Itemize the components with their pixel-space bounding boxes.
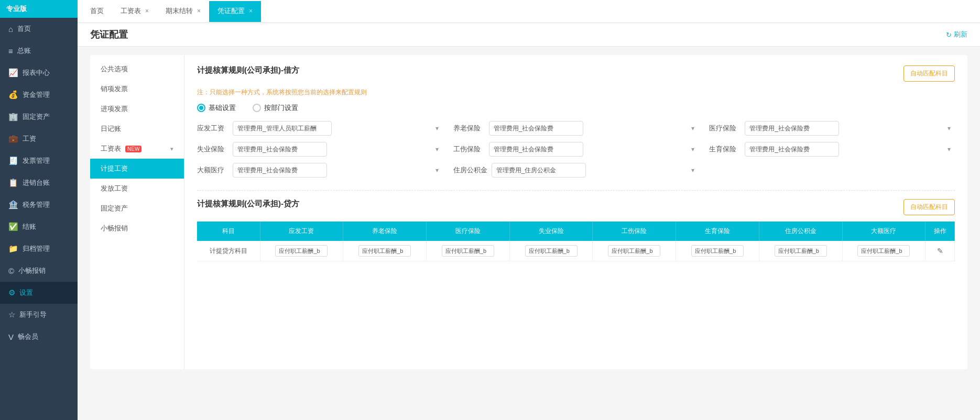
new-badge: NEW bbox=[125, 146, 141, 152]
sidebar-item-settlement[interactable]: ✅ 结账 bbox=[0, 216, 78, 238]
credit-input-payroll[interactable] bbox=[275, 245, 328, 257]
edit-icon[interactable]: ✎ bbox=[937, 247, 943, 255]
content-area: 公共选项 销项发票 进项发票 日记账 工资表 NEW ▾ 计提工资 bbox=[78, 47, 980, 420]
debit-section-title: 计提核算规则(公司承担)-借方 bbox=[197, 65, 299, 75]
left-nav: 公共选项 销项发票 进项发票 日记账 工资表 NEW ▾ 计提工资 bbox=[90, 55, 184, 369]
credit-input-major-medical[interactable] bbox=[857, 245, 910, 257]
left-nav-fixed-assets[interactable]: 固定资产 bbox=[90, 198, 184, 218]
debit-select-wrap-2: 管理费用_社会保险费 bbox=[745, 121, 955, 136]
fund-icon: 💰 bbox=[8, 90, 18, 100]
refresh-button[interactable]: ↻ 刷新 bbox=[946, 30, 967, 39]
debit-select-wrap-0: 管理费用_管理人员职工薪酬 bbox=[233, 121, 443, 136]
sidebar-item-fund-management[interactable]: 💰 资金管理 bbox=[0, 84, 78, 106]
debit-select-3[interactable]: 管理费用_社会保险费 bbox=[233, 142, 327, 157]
tab-payroll-table-close[interactable]: × bbox=[145, 7, 149, 15]
debit-select-1[interactable]: 管理费用_社会保险费 bbox=[489, 121, 583, 136]
tab-period-closing[interactable]: 期末结转 × bbox=[157, 1, 209, 22]
report-icon: 📈 bbox=[8, 68, 18, 78]
credit-col-operation: 操作 bbox=[925, 222, 955, 241]
credit-input-unemployment[interactable] bbox=[525, 245, 578, 257]
debit-select-6[interactable]: 管理费用_社会保险费 bbox=[233, 163, 327, 178]
tab-voucher-config[interactable]: 凭证配置 × bbox=[209, 1, 261, 22]
debit-select-2[interactable]: 管理费用_社会保险费 bbox=[745, 121, 839, 136]
sidebar-item-payroll[interactable]: 💼 工资 bbox=[0, 128, 78, 150]
tab-home[interactable]: 首页 bbox=[82, 1, 112, 22]
right-content: 计提核算规则(公司承担)-借方 自动匹配科目 注：只能选择一种方式，系统将按照您… bbox=[184, 55, 967, 369]
credit-cell-maternity bbox=[676, 241, 759, 261]
debit-field-4: 工伤保险 管理费用_社会保险费 bbox=[453, 142, 699, 157]
credit-input-medical[interactable] bbox=[442, 245, 494, 257]
debit-label-6: 大额医疗 bbox=[197, 165, 228, 175]
debit-select-7[interactable]: 管理费用_住房公积金 bbox=[492, 163, 586, 178]
credit-table-header-row: 科目 应发工资 养老保险 医疗保险 失业保险 工伤保险 生育保险 住房公积金 大… bbox=[197, 222, 955, 241]
sidebar-item-fixed-assets[interactable]: 🏢 固定资产 bbox=[0, 106, 78, 128]
debit-field-0: 应发工资 管理费用_管理人员职工薪酬 bbox=[197, 121, 443, 136]
credit-col-maternity: 生育保险 bbox=[676, 222, 759, 241]
radio-department-setting[interactable]: 按部门设置 bbox=[253, 103, 298, 113]
sidebar-item-xiaochang-report[interactable]: © 小畅报销 bbox=[0, 260, 78, 282]
sidebar-item-invoice-management[interactable]: 🧾 发票管理 bbox=[0, 150, 78, 172]
debit-section: 计提核算规则(公司承担)-借方 自动匹配科目 注：只能选择一种方式，系统将按照您… bbox=[197, 65, 955, 178]
left-nav-payroll-table[interactable]: 工资表 NEW ▾ bbox=[90, 139, 184, 159]
purchase-icon: 📋 bbox=[8, 178, 18, 187]
archive-icon: 📁 bbox=[8, 244, 18, 253]
credit-cell-major-medical bbox=[842, 241, 925, 261]
left-nav-distribute-payroll[interactable]: 发放工资 bbox=[90, 179, 184, 198]
tab-period-closing-close[interactable]: × bbox=[197, 7, 201, 15]
settings-icon: ⚙ bbox=[8, 288, 15, 297]
page-title: 凭证配置 bbox=[90, 28, 128, 41]
sidebar-item-home[interactable]: ⌂ 首页 bbox=[0, 18, 78, 40]
left-nav-accrual-payroll[interactable]: 计提工资 bbox=[90, 159, 184, 179]
debit-auto-match-button[interactable]: 自动匹配科目 bbox=[903, 65, 955, 82]
credit-input-housing-fund[interactable] bbox=[775, 245, 827, 257]
debit-field-2: 医疗保险 管理费用_社会保险费 bbox=[709, 121, 955, 136]
left-nav-sales-invoice[interactable]: 销项发票 bbox=[90, 79, 184, 99]
sidebar-item-new-guide[interactable]: ☆ 新手引导 bbox=[0, 304, 78, 326]
debit-field-7: 住房公积金 管理费用_住房公积金 bbox=[453, 163, 699, 178]
sidebar-item-purchase-sales[interactable]: 📋 进销台账 bbox=[0, 172, 78, 194]
sidebar-item-report-center[interactable]: 📈 报表中心 bbox=[0, 62, 78, 84]
credit-auto-match-button[interactable]: 自动匹配科目 bbox=[903, 199, 955, 215]
refresh-icon: ↻ bbox=[946, 31, 952, 39]
sidebar-item-settings[interactable]: ⚙ 设置 bbox=[0, 282, 78, 304]
tab-voucher-config-close[interactable]: × bbox=[249, 7, 253, 15]
debit-select-5[interactable]: 管理费用_社会保险费 bbox=[745, 142, 839, 157]
settlement-icon: ✅ bbox=[8, 222, 18, 231]
left-nav-xiaochang-expense[interactable]: 小畅报销 bbox=[90, 218, 184, 238]
radio-basic-setting[interactable]: 基础设置 bbox=[197, 103, 236, 113]
credit-input-maternity[interactable] bbox=[691, 245, 744, 257]
sidebar-item-archive[interactable]: 📁 归档管理 bbox=[0, 238, 78, 260]
section-divider bbox=[197, 190, 955, 191]
radio-basic-circle bbox=[197, 104, 205, 112]
page-header: 凭证配置 ↻ 刷新 bbox=[78, 23, 980, 47]
credit-col-payroll: 应发工资 bbox=[260, 222, 343, 241]
credit-input-pension[interactable] bbox=[358, 245, 411, 257]
credit-cell-payroll bbox=[260, 241, 343, 261]
table-row: 计提贷方科目 ✎ bbox=[197, 241, 955, 261]
debit-label-4: 工伤保险 bbox=[453, 145, 485, 154]
credit-col-major-medical: 大额医疗 bbox=[842, 222, 925, 241]
debit-label-3: 失业保险 bbox=[197, 145, 228, 154]
left-nav-purchase-invoice[interactable]: 进项发票 bbox=[90, 99, 184, 119]
sidebar-item-tax-management[interactable]: 🏦 税务管理 bbox=[0, 194, 78, 216]
home-icon: ⌂ bbox=[8, 25, 13, 34]
left-nav-journal[interactable]: 日记账 bbox=[90, 119, 184, 139]
credit-input-work-injury[interactable] bbox=[608, 245, 660, 257]
credit-subject-label: 计提贷方科目 bbox=[197, 241, 260, 261]
credit-col-medical: 医疗保险 bbox=[427, 222, 510, 241]
member-icon: V bbox=[8, 333, 14, 341]
sidebar-item-member[interactable]: V 畅会员 bbox=[0, 326, 78, 348]
debit-select-0[interactable]: 管理费用_管理人员职工薪酬 bbox=[233, 121, 332, 136]
sidebar-item-general-ledger[interactable]: ≡ 总账 bbox=[0, 40, 78, 62]
debit-field-6: 大额医疗 管理费用_社会保险费 bbox=[197, 163, 443, 178]
debit-select-4[interactable]: 管理费用_社会保险费 bbox=[489, 142, 583, 157]
xiaochang-icon: © bbox=[8, 267, 14, 275]
credit-col-pension: 养老保险 bbox=[343, 222, 427, 241]
chart-icon: ≡ bbox=[8, 47, 13, 56]
left-nav-public-options[interactable]: 公共选项 bbox=[90, 59, 184, 79]
debit-select-wrap-5: 管理费用_社会保险费 bbox=[745, 142, 955, 157]
sidebar: 专业版 ⌂ 首页 ≡ 总账 📈 报表中心 💰 资金管理 🏢 固定资产 💼 工资 … bbox=[0, 0, 78, 420]
debit-select-wrap-6: 管理费用_社会保险费 bbox=[233, 163, 443, 178]
credit-table: 科目 应发工资 养老保险 医疗保险 失业保险 工伤保险 生育保险 住房公积金 大… bbox=[197, 222, 955, 261]
tab-payroll-table[interactable]: 工资表 × bbox=[112, 1, 157, 22]
